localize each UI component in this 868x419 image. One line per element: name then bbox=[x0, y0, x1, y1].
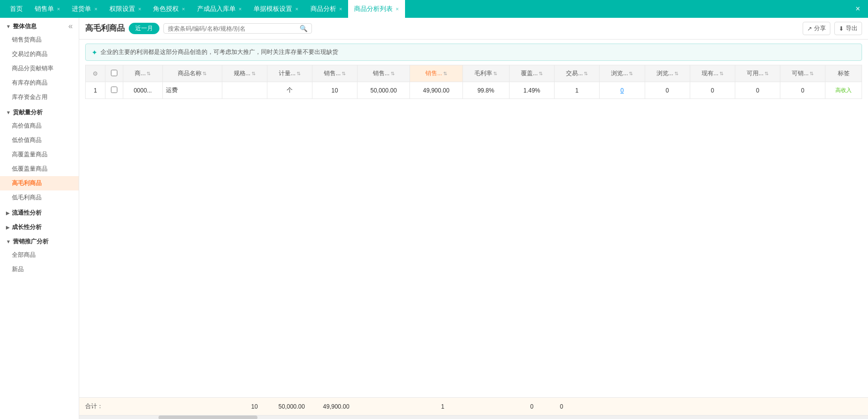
sidebar-section-growth[interactable]: ▶ 成长性分析 bbox=[0, 219, 79, 233]
close-icon[interactable]: × bbox=[138, 6, 141, 12]
sales3-col-header[interactable]: 销售...⇅ bbox=[410, 65, 462, 82]
name-col-header[interactable]: 商品名称⇅ bbox=[162, 65, 222, 82]
export-button[interactable]: ⬇ 导出 bbox=[834, 22, 862, 35]
tab-purchase-order[interactable]: 进货单 × bbox=[66, 0, 103, 18]
row-sales1: 10 bbox=[312, 82, 357, 99]
coverage-col-header[interactable]: 覆盖...⇅ bbox=[509, 65, 554, 82]
close-icon[interactable]: × bbox=[57, 6, 60, 12]
search-input[interactable] bbox=[168, 25, 298, 32]
sidebar-item-high-margin[interactable]: 高毛利商品 bbox=[0, 176, 79, 190]
close-icon[interactable]: × bbox=[182, 6, 185, 12]
sidebar-item-low-value[interactable]: 低价值商品 bbox=[0, 133, 79, 147]
content-area: 高毛利商品 近一月 🔍 ↗ 分享 ⬇ 导出 ✦ 企业的主要的利润都是这部分商品创… bbox=[79, 18, 868, 419]
tab-role-auth[interactable]: 角色授权 × bbox=[147, 0, 191, 18]
info-icon: ✦ bbox=[92, 48, 98, 56]
browse2-col-header[interactable]: 浏览...⇅ bbox=[645, 65, 690, 82]
top-nav: 首页 销售单 × 进货单 × 权限设置 × 角色授权 × 产成品入库单 × 单据… bbox=[0, 0, 868, 18]
sidebar-item-high-value[interactable]: 高价值商品 bbox=[0, 119, 79, 133]
footer-current: 0 bbox=[517, 403, 547, 410]
search-icon[interactable]: 🔍 bbox=[300, 25, 307, 32]
code-col-header[interactable]: 商...⇅ bbox=[123, 65, 163, 82]
sellable-col-header[interactable]: 可销...⇅ bbox=[780, 65, 825, 82]
sort-icon: ⇅ bbox=[765, 71, 768, 76]
sidebar-collapse-button[interactable]: « bbox=[68, 22, 77, 31]
trade-col-header[interactable]: 交易...⇅ bbox=[555, 65, 600, 82]
sidebar-item-high-coverage[interactable]: 高覆盖量商品 bbox=[0, 147, 79, 162]
tab-home[interactable]: 首页 bbox=[4, 0, 29, 18]
sidebar-item-sales-goods[interactable]: 销售货商品 bbox=[0, 33, 79, 47]
footer-sales3: 49,900.00 bbox=[314, 403, 358, 410]
sidebar-section-overall[interactable]: ▼ 整体信息 bbox=[6, 22, 37, 31]
scrollbar-thumb[interactable] bbox=[158, 416, 257, 419]
sidebar-section-title-contribution: 贡献量分析 bbox=[13, 108, 43, 117]
sales2-col-header[interactable]: 销售...⇅ bbox=[357, 65, 410, 82]
arrow-down-icon: ▼ bbox=[6, 110, 11, 115]
sort-icon: ⇅ bbox=[584, 71, 588, 76]
close-icon[interactable]: × bbox=[339, 6, 342, 12]
tab-sales-order[interactable]: 销售单 × bbox=[29, 0, 66, 18]
arrow-down-icon: ▼ bbox=[6, 239, 11, 244]
sort-icon: ⇅ bbox=[203, 71, 206, 76]
footer-trade: 1 bbox=[428, 403, 458, 410]
tab-product-analysis-list[interactable]: 商品分析列表 × bbox=[348, 0, 405, 18]
sidebar-section-flow[interactable]: ▶ 流通性分析 bbox=[0, 205, 79, 219]
sidebar: ▼ 整体信息 « 销售货商品 交易过的商品 商品分贡献销率 有库存的商品 库存资… bbox=[0, 18, 79, 419]
sidebar-item-contribution[interactable]: 商品分贡献销率 bbox=[0, 61, 79, 76]
arrow-right-icon: ▶ bbox=[6, 210, 10, 216]
sidebar-item-low-coverage[interactable]: 低覆盖量商品 bbox=[0, 162, 79, 176]
horizontal-scrollbar[interactable] bbox=[79, 415, 868, 419]
sidebar-item-stock-capital[interactable]: 库存资金占用 bbox=[0, 90, 79, 104]
row-checkbox[interactable] bbox=[111, 87, 117, 93]
browse1-link[interactable]: 0 bbox=[620, 87, 624, 94]
row-sellable: 0 bbox=[780, 82, 825, 99]
unit-col-header[interactable]: 计量...⇅ bbox=[267, 65, 312, 82]
current-col-header[interactable]: 现有...⇅ bbox=[690, 65, 735, 82]
available-col-header[interactable]: 可用...⇅ bbox=[735, 65, 780, 82]
sort-icon: ⇅ bbox=[297, 71, 301, 76]
close-icon[interactable]: × bbox=[295, 6, 298, 12]
tab-production-stock[interactable]: 产成品入库单 × bbox=[191, 0, 248, 18]
settings-col-header[interactable]: ⚙ bbox=[86, 65, 105, 82]
sidebar-section-marketing[interactable]: ▼ 营销推广分析 bbox=[0, 233, 79, 248]
table-wrapper[interactable]: ⚙ 商...⇅ 商品名称⇅ 规格...⇅ bbox=[79, 65, 868, 397]
sidebar-item-new-goods[interactable]: 新品 bbox=[0, 262, 79, 277]
tag-col-header: 标签 bbox=[825, 65, 862, 82]
filter-recent-month-button[interactable]: 近一月 bbox=[129, 23, 159, 34]
row-coverage: 1.49% bbox=[509, 82, 554, 99]
table-header-row: ⚙ 商...⇅ 商品名称⇅ 规格...⇅ bbox=[86, 65, 862, 82]
close-icon[interactable]: × bbox=[94, 6, 97, 12]
gross-col-header[interactable]: 毛利率⇅ bbox=[462, 65, 509, 82]
row-current: 0 bbox=[690, 82, 735, 99]
close-icon[interactable]: × bbox=[396, 6, 399, 12]
content-header: 高毛利商品 近一月 🔍 ↗ 分享 ⬇ 导出 bbox=[79, 18, 868, 40]
tab-product-analysis[interactable]: 商品分析 × bbox=[305, 0, 348, 18]
share-button[interactable]: ↗ 分享 bbox=[803, 22, 830, 35]
settings-icon[interactable]: ⚙ bbox=[93, 70, 98, 77]
tab-doc-template[interactable]: 单据模板设置 × bbox=[248, 0, 304, 18]
close-icon[interactable]: × bbox=[239, 6, 242, 12]
footer-sales1: 10 bbox=[240, 403, 269, 410]
sidebar-item-all-goods[interactable]: 全部商品 bbox=[0, 248, 79, 262]
footer-label: 合计： bbox=[85, 402, 103, 411]
spec-col-header[interactable]: 规格...⇅ bbox=[222, 65, 267, 82]
export-icon: ⬇ bbox=[839, 25, 844, 32]
sidebar-section-title-flow: 流通性分析 bbox=[12, 209, 42, 217]
sidebar-section-title-overall: 整体信息 bbox=[13, 22, 37, 31]
row-index: 1 bbox=[86, 82, 105, 99]
sidebar-item-traded-goods[interactable]: 交易过的商品 bbox=[0, 47, 79, 61]
tab-permission-settings[interactable]: 权限设置 × bbox=[103, 0, 147, 18]
share-icon: ↗ bbox=[807, 25, 812, 32]
table-footer: 合计： 10 50,000.00 49,900.00 1 0 0 bbox=[79, 397, 868, 415]
sidebar-section-contribution[interactable]: ▼ 贡献量分析 bbox=[0, 104, 79, 119]
table-row: 1 0000... 运费 个 10 50,000.00 49,900.00 99… bbox=[86, 82, 862, 99]
row-code: 0000... bbox=[123, 82, 163, 99]
sales1-col-header[interactable]: 销售...⇅ bbox=[312, 65, 357, 82]
sidebar-item-stock-goods[interactable]: 有库存的商品 bbox=[0, 76, 79, 90]
sidebar-item-low-margin[interactable]: 低毛利商品 bbox=[0, 190, 79, 205]
select-all-checkbox[interactable] bbox=[111, 70, 117, 76]
row-gross: 99.8% bbox=[462, 82, 509, 99]
sort-icon: ⇅ bbox=[252, 71, 255, 76]
header-actions: ↗ 分享 ⬇ 导出 bbox=[803, 22, 862, 35]
browse1-col-header[interactable]: 浏览...⇅ bbox=[600, 65, 645, 82]
close-window-button[interactable]: × bbox=[852, 4, 864, 13]
